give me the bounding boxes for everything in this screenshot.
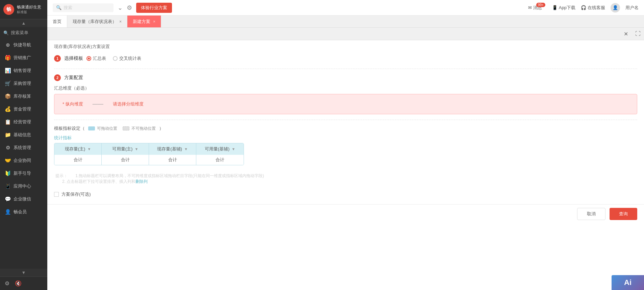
system-icon: ⚙: [5, 145, 11, 151]
tab-new-plan-label: 新建方案: [133, 19, 150, 25]
search-label: 搜索菜单: [11, 30, 28, 36]
scroll-up-btn[interactable]: ▲: [0, 19, 47, 27]
sidebar-item-new-guide[interactable]: 🔰 新手引导: [0, 167, 47, 180]
legend-draggable: 可拖动位置: [88, 126, 117, 131]
dim-arrow: ——: [93, 101, 103, 107]
logo-icon: 畅: [3, 4, 14, 15]
tab-home-label: 首页: [53, 19, 61, 25]
save-option: 方案保存(可选): [54, 191, 637, 197]
search-placeholder-text: 搜索: [64, 5, 72, 11]
stats-section: 统计指标 现存量(主) ▼ 可用量(主) ▼: [54, 135, 637, 166]
sidebar-item-member[interactable]: 👤 畅会员: [0, 206, 47, 218]
radio-cross-dot: [113, 56, 118, 61]
step2-section: 2 方案配置 汇总维度（必选） * 纵向维度 —— 请选择分组维度 模板指标设定…: [54, 74, 637, 185]
topbar-search[interactable]: 🔍 搜索: [53, 3, 114, 12]
close-window-btn[interactable]: ✕: [620, 28, 632, 40]
save-checkbox[interactable]: [54, 192, 59, 197]
dim-placeholder[interactable]: 请选择分组维度: [113, 101, 144, 107]
scroll-down-btn[interactable]: ▼: [0, 269, 47, 276]
new-guide-icon: 🔰: [5, 170, 11, 176]
app-download-btn[interactable]: 📱 App下载: [552, 5, 575, 11]
sidebar-item-basic-info[interactable]: 📁 基础信息: [0, 128, 47, 141]
sidebar-item-sales[interactable]: 📊 销售管理: [0, 64, 47, 77]
stats-title: 统计指标: [54, 135, 637, 141]
inventory-icon: 📦: [5, 93, 11, 99]
tab-inventory-close[interactable]: ×: [119, 19, 122, 24]
tip2-link[interactable]: 删除列: [135, 179, 148, 184]
dim-box: * 纵向维度 —— 请选择分组维度: [54, 94, 637, 114]
col2-header[interactable]: 可用量(主) ▼: [102, 143, 149, 155]
save-label: 方案保存(可选): [61, 191, 91, 197]
col1-chevron[interactable]: ▼: [87, 147, 91, 151]
dropdown-icon[interactable]: ⌄: [118, 4, 123, 11]
sidebar-item-finance[interactable]: 💰 资金管理: [0, 103, 47, 116]
stats-header-row: 现存量(主) ▼ 可用量(主) ▼ 现存量(基辅) ▼: [54, 143, 244, 155]
member-label: 畅会员: [14, 209, 27, 215]
sidebar-item-marketing[interactable]: 🎁 营销推广: [0, 51, 47, 64]
sidebar-item-quick-nav[interactable]: ⊕ 快捷导航: [0, 39, 47, 51]
col2-chevron[interactable]: ▼: [134, 147, 138, 151]
tab-new-plan-close[interactable]: ×: [153, 19, 155, 24]
tab-new-plan[interactable]: 新建方案 ×: [127, 16, 161, 27]
enterprise-label: 企业协同: [14, 158, 31, 164]
step2-header: 2 方案配置: [54, 74, 637, 81]
trial-btn[interactable]: 体验行业方案: [136, 3, 172, 13]
messages-btn[interactable]: ✉ 消息 99+: [528, 5, 542, 11]
system-label: 系统管理: [14, 145, 31, 151]
main-area: 🔍 搜索 ⌄ ⚙ 体验行业方案 ✉ 消息 99+ 📱 App下载 🎧 在线客服 …: [47, 0, 644, 290]
sidebar-item-purchase[interactable]: 🛒 采购管理: [0, 77, 47, 90]
vertical-dim-label: * 纵向维度: [63, 101, 83, 107]
online-service-btn[interactable]: 🎧 在线客服: [581, 5, 605, 11]
col4-chevron[interactable]: ▼: [231, 147, 235, 151]
operations-icon: 📋: [5, 119, 11, 125]
topbar-settings-icon[interactable]: ⚙: [127, 4, 132, 11]
radio-summary-label: 汇总表: [93, 55, 106, 62]
sidebar-item-system[interactable]: ⚙ 系统管理: [0, 141, 47, 154]
expand-window-btn[interactable]: ⛶: [632, 28, 644, 40]
tab-home[interactable]: 首页: [47, 16, 67, 27]
step2-badge: 2: [54, 74, 61, 81]
service-label: 在线客服: [588, 5, 605, 11]
sidebar-search[interactable]: 🔍 搜索菜单: [0, 27, 47, 39]
tips-section: 提示： 1.拖动标题栏可以调整布局，不可跨维度或指标区域拖动栏目字段(只能在同一…: [54, 173, 637, 185]
app-logo: 畅 畅康通好生意 标准版: [0, 0, 47, 19]
tab-inventory-label: 现存量（库存状况表）: [73, 19, 117, 25]
purchase-label: 采购管理: [14, 80, 31, 87]
footer-bar: 取消 查询: [47, 204, 644, 223]
sidebar-item-operations[interactable]: 📋 经营管理: [0, 116, 47, 128]
query-button[interactable]: 查询: [610, 208, 637, 220]
tab-inventory-status[interactable]: 现存量（库存状况表） ×: [67, 16, 127, 27]
tips-label: 提示： 1.拖动标题栏可以调整布局，不可跨维度或指标区域拖动栏目字段(只能在同一…: [55, 173, 636, 185]
topbar: 🔍 搜索 ⌄ ⚙ 体验行业方案 ✉ 消息 99+ 📱 App下载 🎧 在线客服 …: [47, 0, 644, 16]
sidebar-item-enterprise[interactable]: 🤝 企业协同: [0, 154, 47, 167]
indicator-label: 模板指标设定（ 可拖动位置 不可拖动位置 ）: [54, 125, 637, 131]
col1-header[interactable]: 现存量(主) ▼: [54, 143, 102, 155]
ai-badge[interactable]: Ai: [612, 275, 644, 290]
draggable-box: [88, 126, 95, 130]
marketing-icon: 🎁: [5, 55, 11, 61]
settings-icon[interactable]: ⚙: [5, 280, 9, 287]
sidebar-item-wechat[interactable]: 💬 企业微信: [0, 193, 47, 206]
fixed-box: [123, 126, 129, 130]
app-center-label: 应用中心: [14, 183, 31, 189]
sidebar-item-inventory[interactable]: 📦 库存核算: [0, 90, 47, 103]
cancel-button[interactable]: 取消: [577, 208, 605, 220]
col3-chevron[interactable]: ▼: [184, 147, 188, 151]
summary-dim-label: 汇总维度（必选）: [54, 85, 637, 91]
step1-divider: [54, 69, 637, 69]
col1-sum: 合计: [54, 155, 102, 165]
indicator-label-end: ）: [159, 125, 164, 131]
topbar-search-icon: 🔍: [56, 5, 61, 10]
search-icon: 🔍: [3, 30, 9, 35]
mute-icon[interactable]: 🔇: [15, 280, 22, 287]
sidebar-item-app-center[interactable]: 📱 应用中心: [0, 180, 47, 193]
radio-summary[interactable]: 汇总表: [86, 55, 106, 62]
sales-label: 销售管理: [14, 68, 31, 74]
inventory-label: 库存核算: [14, 93, 31, 99]
radio-cross[interactable]: 交叉统计表: [113, 55, 141, 62]
col4-header[interactable]: 可用量(基辅) ▼: [196, 143, 244, 155]
new-guide-label: 新手引导: [14, 170, 31, 176]
col3-header[interactable]: 现存量(基辅) ▼: [149, 143, 196, 155]
quick-nav-icon: ⊕: [5, 42, 11, 48]
step1-section: 1 选择模板 汇总表 交叉统计表: [54, 55, 637, 62]
